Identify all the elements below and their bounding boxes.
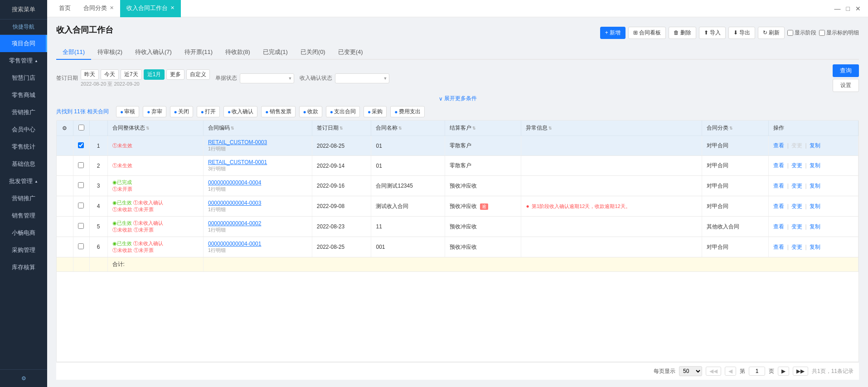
import-button[interactable]: ⬆ 导入 — [699, 27, 726, 39]
filter-tab-closed[interactable]: 已关闭(0) — [294, 45, 332, 60]
filter-tab-completed[interactable]: 已完成(1) — [257, 45, 294, 60]
row4-cb[interactable] — [73, 196, 89, 217]
action-purchase[interactable]: ●采购 — [364, 106, 387, 117]
row2-copy-link[interactable]: 复制 — [810, 162, 820, 169]
th-setting[interactable]: ⚙ — [57, 121, 73, 136]
sidebar-item-project-contract[interactable]: 项目合同 — [0, 35, 47, 52]
row5-code-link[interactable]: 0000000000004-0002 — [208, 220, 261, 227]
maximize-button[interactable]: □ — [844, 4, 852, 13]
row3-change-link[interactable]: 变更 — [791, 183, 802, 189]
sidebar-item-smart-store[interactable]: 智慧门店 — [0, 69, 47, 87]
date-btn-7days[interactable]: 近7天 — [121, 69, 142, 80]
filter-tab-changed[interactable]: 已变更(4) — [332, 45, 369, 60]
refresh-button[interactable]: ↻ 刷新 — [758, 27, 785, 39]
date-btn-today[interactable]: 今天 — [101, 69, 119, 80]
action-payment[interactable]: ●收款 — [299, 106, 322, 117]
row3-view-link[interactable]: 查看 — [773, 183, 784, 189]
next-page-button[interactable]: ▶ — [778, 367, 789, 376]
sidebar-item-retail-mall[interactable]: 零售商城 — [0, 87, 47, 104]
filter-tab-all[interactable]: 全部(11) — [56, 45, 91, 60]
show-stage-checkbox[interactable]: 显示阶段 — [787, 29, 816, 37]
expand-button[interactable]: ∨ 展开更多条件 — [439, 95, 477, 102]
filter-tab-pending-review[interactable]: 待审核(2) — [91, 45, 129, 60]
row3-code-link[interactable]: 0000000000004-0004 — [208, 179, 261, 186]
row6-code-link[interactable]: 0000000000004-0001 — [208, 241, 261, 247]
first-page-button[interactable]: ◀◀ — [706, 367, 721, 376]
sidebar-item-marketing2[interactable]: 营销推广 — [0, 190, 47, 207]
row1-code-link[interactable]: RETAIL_CUSTOM-0003 — [208, 139, 267, 145]
row1-change-link[interactable]: 变更 — [791, 142, 802, 149]
date-btn-yesterday[interactable]: 昨天 — [81, 69, 99, 80]
th-sign-date[interactable]: 签订日期⇅ — [312, 121, 371, 136]
sidebar-item-retail-stats[interactable]: 零售统计 — [0, 138, 47, 155]
sidebar-item-xiaochang[interactable]: 小畅电商 — [0, 224, 47, 242]
th-status[interactable]: 合同整体状态⇅ — [107, 121, 203, 136]
row2-code-link[interactable]: RETAIL_CUSTOM-0001 — [208, 159, 267, 165]
th-abnormal[interactable]: 异常信息⇅ — [521, 121, 702, 136]
sidebar-nav[interactable]: 快捷导航 — [0, 19, 47, 35]
row1-cb[interactable] — [73, 136, 89, 156]
export-button[interactable]: ⬇ 导出 — [728, 27, 755, 39]
row5-cb[interactable] — [73, 217, 89, 237]
tab-contract-category-close[interactable]: ✕ — [110, 5, 114, 11]
set-button[interactable]: 设置 — [833, 79, 859, 92]
tab-home[interactable]: 首页 — [53, 0, 77, 17]
tab-income-workbench-close[interactable]: ✕ — [170, 5, 175, 11]
per-page-select[interactable]: 50 10 20 100 — [679, 366, 702, 376]
date-btn-more[interactable]: 更多 — [166, 69, 184, 80]
row4-view-link[interactable]: 查看 — [773, 203, 784, 209]
prev-page-button[interactable]: ◀ — [725, 367, 736, 376]
sidebar-item-wholesale-mgmt[interactable]: 批发管理 ▲ — [0, 173, 47, 190]
new-button[interactable]: + 新增 — [600, 27, 626, 39]
th-customer[interactable]: 结算客户⇅ — [445, 121, 521, 136]
th-name[interactable]: 合同名称⇅ — [371, 121, 445, 136]
th-checkbox[interactable] — [73, 121, 89, 136]
sidebar-search[interactable]: 搜索菜单 — [0, 0, 47, 19]
sidebar-item-marketing[interactable]: 营销推广 — [0, 104, 47, 121]
action-review[interactable]: ●审核 — [116, 106, 139, 117]
sidebar-settings[interactable]: ⚙ — [0, 369, 47, 387]
row6-change-link[interactable]: 变更 — [791, 244, 802, 250]
row5-copy-link[interactable]: 复制 — [810, 223, 820, 230]
sidebar-item-retail-mgmt[interactable]: 零售管理 ▲ — [0, 52, 47, 69]
tab-contract-category[interactable]: 合同分类 ✕ — [77, 0, 120, 17]
row2-change-link[interactable]: 变更 — [791, 162, 802, 169]
sidebar-item-sales-mgmt[interactable]: 销售管理 — [0, 207, 47, 224]
th-code[interactable]: 合同编码⇅ — [203, 121, 312, 136]
row1-copy-link[interactable]: 复制 — [810, 142, 820, 149]
sidebar-item-purchase-mgmt[interactable]: 采购管理 — [0, 242, 47, 259]
date-btn-1month[interactable]: 近1月 — [144, 69, 165, 80]
filter-tab-pending-confirm[interactable]: 待收入确认(7) — [129, 45, 178, 60]
row2-cb[interactable] — [73, 156, 89, 176]
sidebar-item-stock-calc[interactable]: 库存核算 — [0, 259, 47, 276]
date-btn-custom[interactable]: 自定义 — [186, 69, 210, 80]
row5-change-link[interactable]: 变更 — [791, 223, 802, 230]
row1-view-link[interactable]: 查看 — [773, 142, 784, 149]
delete-button[interactable]: 🗑 删除 — [669, 27, 696, 39]
row6-view-link[interactable]: 查看 — [773, 244, 784, 250]
minimize-button[interactable]: — — [833, 4, 843, 13]
page-input[interactable] — [749, 367, 765, 376]
row4-code-link[interactable]: 0000000000004-0003 — [208, 200, 261, 206]
action-close[interactable]: ●关闭 — [170, 106, 193, 117]
th-category[interactable]: 合同分类⇅ — [702, 121, 768, 136]
row4-copy-link[interactable]: 复制 — [810, 203, 820, 209]
row4-change-link[interactable]: 变更 — [791, 203, 802, 209]
row2-view-link[interactable]: 查看 — [773, 162, 784, 169]
sidebar-item-basic-info[interactable]: 基础信息 — [0, 155, 47, 173]
row5-view-link[interactable]: 查看 — [773, 223, 784, 230]
select-all-checkbox[interactable] — [78, 125, 84, 131]
tab-income-workbench[interactable]: 收入合同工作台 ✕ — [120, 0, 181, 17]
close-button[interactable]: ✕ — [853, 4, 863, 13]
action-expense-out[interactable]: ●费用支出 — [390, 106, 424, 117]
action-sales-invoice[interactable]: ●销售发票 — [261, 106, 295, 117]
row3-cb[interactable] — [73, 176, 89, 196]
filter-tab-pending-invoice[interactable]: 待开票(11) — [178, 45, 219, 60]
action-open[interactable]: ●打开 — [197, 106, 220, 117]
last-page-button[interactable]: ▶▶ — [793, 367, 808, 376]
sidebar-item-member-center[interactable]: 会员中心 — [0, 121, 47, 138]
confirm-status-select[interactable] — [335, 73, 389, 83]
filter-tab-pending-payment[interactable]: 待收款(8) — [219, 45, 257, 60]
row6-cb[interactable] — [73, 237, 89, 257]
show-detail-checkbox[interactable]: 显示标的明细 — [819, 29, 859, 37]
